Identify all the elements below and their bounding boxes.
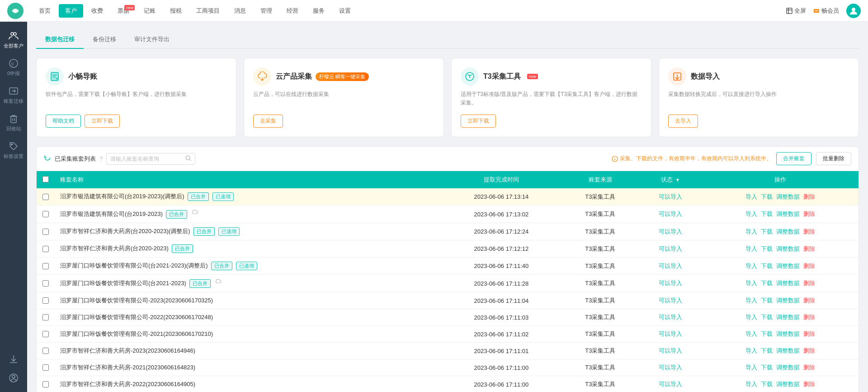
sidebar-item-account-migrate[interactable]: 账套迁移	[0, 81, 27, 109]
vip-btn[interactable]: 畅会员	[813, 7, 839, 15]
status-filter-icon[interactable]: ▼	[675, 177, 680, 182]
action-delete[interactable]: 删除	[803, 210, 815, 217]
row-time: 2023-06-06 17:13:14	[441, 188, 562, 206]
action-adjust[interactable]: 调整数据	[776, 314, 800, 320]
action-download[interactable]: 下载	[761, 297, 773, 304]
sidebar-item-trash[interactable]: 回收站	[0, 109, 27, 137]
action-delete[interactable]: 删除	[803, 347, 815, 354]
action-import[interactable]: 导入	[745, 364, 757, 371]
refresh-icon[interactable]	[44, 154, 51, 163]
action-delete[interactable]: 删除	[803, 263, 815, 269]
action-download[interactable]: 下载	[761, 228, 773, 235]
row-checkbox[interactable]	[42, 194, 49, 200]
action-delete[interactable]: 删除	[803, 280, 815, 287]
action-import[interactable]: 导入	[745, 228, 757, 235]
action-adjust[interactable]: 调整数据	[776, 245, 800, 252]
action-adjust[interactable]: 调整数据	[776, 228, 800, 235]
btn-download-t3[interactable]: 立即下载	[461, 115, 496, 128]
action-delete[interactable]: 删除	[803, 330, 815, 337]
sidebar-item-all-clients[interactable]: 全部客户	[0, 26, 27, 54]
btn-help-doc[interactable]: 帮助文档	[46, 115, 81, 128]
action-import[interactable]: 导入	[745, 347, 757, 354]
action-delete[interactable]: 删除	[803, 193, 815, 200]
action-download[interactable]: 下载	[761, 210, 773, 217]
row-checkbox[interactable]	[42, 364, 49, 371]
nav-operation[interactable]: 经营	[280, 4, 305, 18]
action-adjust[interactable]: 调整数据	[776, 297, 800, 304]
fullscreen-btn[interactable]: 全屏	[786, 7, 806, 15]
action-import[interactable]: 导入	[745, 381, 757, 387]
action-delete[interactable]: 删除	[803, 228, 815, 235]
nav-fee[interactable]: 收费	[85, 4, 109, 18]
nav-message[interactable]: 消息	[228, 4, 252, 18]
action-download[interactable]: 下载	[761, 347, 773, 354]
tab-data-migration[interactable]: 数据包迁移	[36, 31, 84, 49]
nav-manage[interactable]: 管理	[254, 4, 278, 18]
action-adjust[interactable]: 调整数据	[776, 364, 800, 371]
action-import[interactable]: 导入	[745, 314, 757, 320]
nav-account[interactable]: 记账	[137, 4, 162, 18]
action-adjust[interactable]: 调整数据	[776, 193, 800, 200]
select-all-checkbox[interactable]	[42, 176, 49, 182]
action-import[interactable]: 导入	[745, 280, 757, 287]
sidebar-item-download[interactable]	[6, 349, 21, 368]
action-download[interactable]: 下载	[761, 364, 773, 371]
search-icon[interactable]	[185, 155, 191, 163]
avatar[interactable]	[846, 4, 861, 18]
action-download[interactable]: 下载	[761, 193, 773, 200]
action-adjust[interactable]: 调整数据	[776, 330, 800, 337]
card-header-yunpinmu: 云产品采集 柠檬云 瞬客一键采集	[253, 67, 434, 86]
nav-business[interactable]: 工商项目	[190, 4, 226, 18]
action-download[interactable]: 下载	[761, 263, 773, 269]
row-checkbox[interactable]	[42, 211, 49, 217]
action-import[interactable]: 导入	[745, 245, 757, 252]
action-adjust[interactable]: 调整数据	[776, 381, 800, 387]
row-checkbox[interactable]	[42, 297, 49, 304]
nav-customer[interactable]: 客户	[59, 4, 83, 18]
action-adjust[interactable]: 调整数据	[776, 210, 800, 217]
nav-home[interactable]: 首页	[33, 4, 57, 18]
action-download[interactable]: 下载	[761, 381, 773, 387]
action-import[interactable]: 导入	[745, 263, 757, 269]
action-import[interactable]: 导入	[745, 297, 757, 304]
action-download[interactable]: 下载	[761, 245, 773, 252]
row-checkbox[interactable]	[42, 280, 49, 287]
nav-settings[interactable]: 设置	[333, 4, 357, 18]
action-download[interactable]: 下载	[761, 330, 773, 337]
search-input[interactable]	[110, 156, 183, 162]
btn-go-import[interactable]: 去导入	[668, 115, 698, 128]
action-delete[interactable]: 删除	[803, 381, 815, 387]
action-download[interactable]: 下载	[761, 280, 773, 287]
row-checkbox[interactable]	[42, 229, 49, 235]
row-checkbox[interactable]	[42, 263, 49, 269]
nav-service[interactable]: 服务	[307, 4, 331, 18]
tab-backup-migration[interactable]: 备份迁移	[84, 31, 125, 49]
sidebar-item-user-settings[interactable]	[6, 368, 21, 387]
btn-collect[interactable]: 去采集	[253, 115, 283, 128]
action-delete[interactable]: 删除	[803, 297, 815, 304]
action-import[interactable]: 导入	[745, 210, 757, 217]
nav-tax[interactable]: 报税	[164, 4, 188, 18]
action-adjust[interactable]: 调整数据	[776, 347, 800, 354]
action-delete[interactable]: 删除	[803, 245, 815, 252]
row-checkbox[interactable]	[42, 348, 49, 354]
row-checkbox[interactable]	[42, 246, 49, 252]
row-checkbox[interactable]	[42, 381, 49, 387]
btn-batch-delete[interactable]: 批量删除	[816, 152, 851, 165]
help-icon[interactable]: ?	[99, 155, 103, 162]
action-download[interactable]: 下载	[761, 314, 773, 320]
action-delete[interactable]: 删除	[803, 314, 815, 320]
btn-download-xiaochangdao[interactable]: 立即下载	[85, 115, 120, 128]
action-import[interactable]: 导入	[745, 330, 757, 337]
btn-merge-account[interactable]: 合并账套	[776, 152, 811, 165]
sidebar-item-tag-settings[interactable]: 标签设置	[0, 137, 27, 164]
row-checkbox[interactable]	[42, 314, 49, 320]
sidebar-item-zero-report[interactable]: 0 0申报	[0, 54, 27, 81]
nav-ticket[interactable]: 票据new	[111, 4, 136, 18]
row-checkbox[interactable]	[42, 331, 49, 337]
action-delete[interactable]: 删除	[803, 364, 815, 371]
tab-audit-export[interactable]: 审计文件导出	[125, 31, 179, 49]
action-import[interactable]: 导入	[745, 193, 757, 200]
action-adjust[interactable]: 调整数据	[776, 280, 800, 287]
action-adjust[interactable]: 调整数据	[776, 263, 800, 269]
